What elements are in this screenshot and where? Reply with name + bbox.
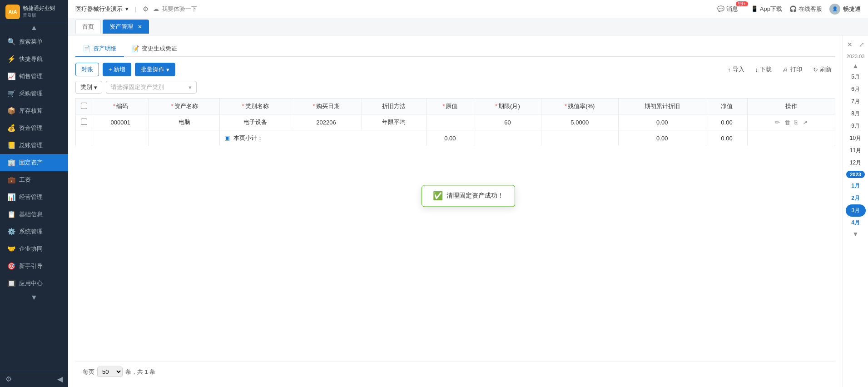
rs-month-3[interactable]: 3月 — [846, 204, 866, 217]
sidebar-item-fixed-assets[interactable]: 🏢 固定资产 — [0, 154, 68, 171]
download-button[interactable]: ↓ 下载 — [752, 63, 776, 76]
category-filter-select[interactable]: 类别 ▾ — [75, 81, 102, 94]
print-button[interactable]: 🖨 打印 — [779, 63, 806, 76]
sidebar-item-search-menu[interactable]: 🔍 搜索菜单 — [0, 33, 68, 50]
refresh-button[interactable]: ↻ 刷新 — [809, 63, 835, 76]
rs-scroll-up-icon[interactable]: ▲ — [843, 61, 868, 71]
user-menu[interactable]: 👤 畅捷通 — [829, 4, 861, 15]
tab-close-icon[interactable]: ✕ — [138, 24, 142, 30]
sidebar-scroll-up[interactable]: ▲ — [0, 22, 68, 33]
message-label: 消息 — [726, 5, 738, 13]
rs-month-2[interactable]: 2月 — [846, 192, 866, 204]
sidebar-item-app-center[interactable]: 🔲 应用中心 — [0, 275, 68, 292]
th-original-value: *原值 — [426, 99, 474, 114]
print-label: 打印 — [790, 65, 802, 74]
service-icon: 🎧 — [789, 5, 797, 12]
td-name: 电脑 — [149, 114, 220, 130]
rs-month-1[interactable]: 1月 — [846, 180, 866, 192]
import-icon: ↑ — [728, 66, 731, 73]
sidebar-item-enterprise[interactable]: 🤝 企业协同 — [0, 240, 68, 258]
delete-icon[interactable]: 🗑 — [784, 119, 790, 126]
table-header-row: *编码 *资产名称 *类别名称 *购买日期 折旧方法 *原值 *期限(月) *残… — [76, 99, 835, 114]
sidebar-item-label: 采购管理 — [19, 89, 43, 98]
sub-tabs: 📄 资产明细 📝 变更生成凭证 — [75, 41, 835, 57]
rs-month-8[interactable]: 8月 — [846, 108, 866, 120]
gear-icon[interactable]: ⚙ — [143, 5, 149, 13]
more-icon[interactable]: ↗ — [803, 119, 808, 126]
sidebar-item-quick-nav[interactable]: ⚡ 快捷导航 — [0, 50, 68, 68]
td-period: 60 — [474, 114, 541, 130]
sidebar-item-label: 新手引导 — [19, 262, 43, 270]
search-icon: 🔍 — [7, 38, 15, 46]
fixed-assets-icon: 🏢 — [7, 159, 15, 167]
sidebar-item-label: 应用中心 — [19, 279, 43, 288]
online-service-btn[interactable]: 🎧 在线客服 — [789, 5, 822, 13]
message-btn[interactable]: 💬 消息 99+ — [717, 5, 744, 13]
company-dropdown-icon: ▾ — [125, 5, 129, 12]
sidebar-item-system[interactable]: ⚙️ 系统管理 — [0, 223, 68, 240]
toolbar: 对账 + 新增 批量操作 ▾ ↑ 导入 ↓ 下载 — [75, 63, 835, 76]
import-button[interactable]: ↑ 导入 — [724, 63, 748, 76]
app-download-btn[interactable]: 📱 App下载 — [751, 5, 782, 13]
th-residual-rate: *残值率(%) — [541, 99, 618, 114]
app-logo-icon: AtA — [5, 5, 20, 19]
rs-month-12[interactable]: 12月 — [846, 157, 866, 169]
edit-icon[interactable]: ✏ — [775, 119, 780, 126]
company-selector[interactable]: 医疗器械行业演示 ▾ — [75, 5, 129, 13]
sidebar-item-label: 资金管理 — [19, 124, 43, 132]
rs-month-6[interactable]: 6月 — [846, 83, 866, 95]
total-label: 条，共 1 条 — [125, 368, 155, 376]
per-page-select[interactable]: 50 10 20 100 — [97, 367, 123, 377]
filter-row: 类别 ▾ 请选择固定资产类别 ▾ — [75, 81, 835, 94]
settings-icon[interactable]: ⚙ — [5, 375, 12, 383]
td-original-value — [426, 114, 474, 130]
sidebar-item-purchase[interactable]: 🛒 采购管理 — [0, 85, 68, 102]
sidebar-item-sales[interactable]: 📈 销售管理 — [0, 68, 68, 85]
sub-tab-asset-detail[interactable]: 📄 资产明细 — [75, 41, 124, 57]
th-code: *编码 — [92, 99, 149, 114]
experience-btn[interactable]: ☁ 我要体验一下 — [153, 5, 197, 13]
th-actions: 操作 — [748, 99, 835, 114]
row-checkbox[interactable] — [81, 119, 87, 125]
reconcile-button[interactable]: 对账 — [75, 63, 99, 76]
sidebar-logo: AtA 畅捷通好业财 普及版 — [0, 0, 68, 22]
sidebar-scroll-down[interactable]: ▼ — [0, 292, 68, 303]
sidebar-item-funds[interactable]: 💰 资金管理 — [0, 119, 68, 137]
rs-month-7[interactable]: 7月 — [846, 95, 866, 108]
select-all-checkbox[interactable] — [81, 103, 87, 109]
rs-month-9[interactable]: 9月 — [846, 120, 866, 132]
rs-month-10[interactable]: 10月 — [846, 132, 866, 144]
th-net-value: 净值 — [706, 99, 748, 114]
rs-close-icon[interactable]: ✕ — [843, 39, 856, 50]
category-filter-input[interactable]: 请选择固定资产类别 ▾ — [106, 81, 197, 94]
sub-tab-change-voucher[interactable]: 📝 变更生成凭证 — [124, 41, 184, 57]
td-initial-accumulated-depr: 0.00 — [618, 114, 706, 130]
sidebar-item-payroll[interactable]: 💼 工资 — [0, 171, 68, 189]
sidebar-item-basic-info[interactable]: 📋 基础信息 — [0, 206, 68, 223]
tab-home[interactable]: 首页 — [75, 20, 101, 34]
sidebar-item-guide[interactable]: 🎯 新手引导 — [0, 258, 68, 275]
batch-ops-button[interactable]: 批量操作 ▾ — [135, 63, 175, 76]
rs-month-11[interactable]: 11月 — [846, 144, 866, 157]
tab-asset-mgmt[interactable]: 资产管理 ✕ — [103, 20, 149, 34]
rs-expand-icon[interactable]: ⤢ — [857, 39, 866, 50]
sidebar-item-ledger[interactable]: 📒 总账管理 — [0, 137, 68, 154]
sidebar-item-operations[interactable]: 📊 经营管理 — [0, 189, 68, 206]
collapse-icon[interactable]: ◀ — [57, 375, 63, 383]
new-label: + 新增 — [109, 65, 125, 74]
system-icon: ⚙️ — [7, 228, 15, 236]
table-row: 000001 电脑 电子设备 202206 年限平均 60 5.0000 0.0… — [76, 114, 835, 130]
rs-month-5[interactable]: 5月 — [846, 71, 866, 83]
rs-month-4[interactable]: 4月 — [846, 217, 866, 229]
rs-scroll-down-icon[interactable]: ▼ — [843, 229, 868, 239]
app-version: 普及版 — [23, 12, 55, 19]
copy-icon[interactable]: ⎘ — [794, 119, 798, 126]
sidebar-item-inventory[interactable]: 📦 库存核算 — [0, 102, 68, 119]
sidebar-item-label: 销售管理 — [19, 72, 43, 80]
right-sidebar: ✕ ⤢ 2023.03 ▲ 5月 6月 7月 8月 9月 10月 11月 12月… — [843, 35, 868, 387]
new-button[interactable]: + 新增 — [103, 63, 131, 76]
td-subtotal-empty2 — [92, 130, 149, 146]
sidebar: AtA 畅捷通好业财 普及版 ▲ 🔍 搜索菜单 ⚡ 快捷导航 📈 销售管理 🛒 … — [0, 0, 68, 387]
category-filter-label: 类别 — [80, 83, 92, 91]
topbar-separator: | — [135, 5, 136, 12]
